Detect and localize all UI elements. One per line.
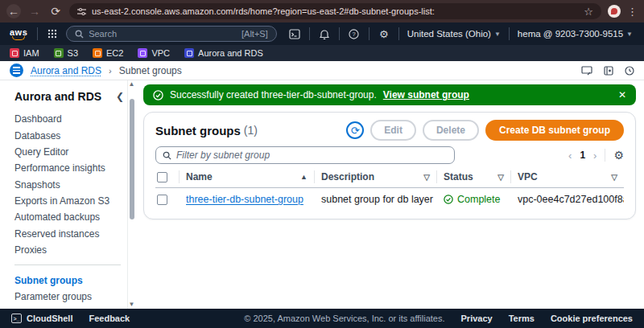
site-settings-icon[interactable] <box>77 7 86 16</box>
filter-input[interactable]: Filter by subnet group <box>155 146 455 164</box>
chevron-down-icon: ▼ <box>626 31 633 38</box>
favorite-ec2[interactable]: EC2 <box>93 48 123 58</box>
favorite-s3[interactable]: S3 <box>54 48 78 58</box>
iam-service-icon <box>10 48 19 58</box>
clock-icon[interactable] <box>625 66 634 76</box>
aws-logo[interactable]: aws <box>8 28 29 40</box>
sidebar-item-databases[interactable]: Databases <box>14 127 135 143</box>
sidebar-item-query-editor[interactable]: Query Editor <box>14 144 135 160</box>
main-content: Successfully created three-tier-db-subne… <box>135 80 644 309</box>
browser-toolbar: ← → ⟳ us-east-2.console.aws.amazon.com/r… <box>0 0 644 23</box>
edit-button[interactable]: Edit <box>370 120 416 141</box>
close-icon[interactable]: ✕ <box>618 89 626 100</box>
privacy-link[interactable]: Privacy <box>461 314 493 323</box>
row-vpc: vpc-0ee4c7d27ed100f8a <box>511 194 624 205</box>
column-header-vpc[interactable]: VPC▽ <box>511 170 624 183</box>
status-badge: Complete <box>444 194 505 205</box>
filter-column-icon: ▽ <box>497 173 504 182</box>
subnet-groups-panel: Subnet groups (1) ⟳ Edit Delete Create D… <box>143 112 636 219</box>
delete-button[interactable]: Delete <box>423 120 479 141</box>
success-check-icon <box>153 90 163 100</box>
filter-column-icon: ▽ <box>423 173 430 182</box>
terminal-icon: >_ <box>11 314 22 323</box>
unified-search-input[interactable]: Search [Alt+S] <box>66 26 277 42</box>
breadcrumb-root-link[interactable]: Aurora and RDS <box>31 65 101 76</box>
cookie-preferences-link[interactable]: Cookie preferences <box>551 314 633 323</box>
refresh-button[interactable]: ⟳ <box>346 121 364 139</box>
account-menu[interactable]: hema @ 9203-7300-9515▼ <box>514 29 636 39</box>
cloudshell-footer-button[interactable]: >_ CloudShell <box>11 314 72 323</box>
search-placeholder: Search <box>89 29 237 39</box>
address-bar[interactable]: us-east-2.console.aws.amazon.com/rds/hom… <box>69 3 601 19</box>
cloudshell-icon[interactable] <box>285 26 304 42</box>
filter-placeholder: Filter by subnet group <box>176 150 270 161</box>
console-footer: >_ CloudShell Feedback © 2025, Amazon We… <box>0 309 644 328</box>
panel-count: (1) <box>244 124 258 137</box>
sidebar-item-performance-insights[interactable]: Performance insights <box>14 160 135 176</box>
browser-profile-avatar[interactable] <box>608 5 621 18</box>
filter-column-icon: ▽ <box>611 173 617 182</box>
notifications-bell-icon[interactable] <box>315 26 334 42</box>
sidebar-item-dashboard[interactable]: Dashboard <box>14 111 135 127</box>
column-header-description[interactable]: Description▽ <box>315 170 437 183</box>
scroll-down-icon[interactable]: ▼ <box>129 301 135 308</box>
url-text: us-east-2.console.aws.amazon.com/rds/hom… <box>92 6 578 16</box>
chevron-down-icon: ▼ <box>494 31 501 38</box>
favorites-bar: IAM S3 EC2 VPC Aurora and RDS <box>0 45 644 61</box>
subnet-groups-table: Name▲ Description▽ Status▽ VPC▽ three-ti… <box>155 170 624 212</box>
favorite-aurora-rds[interactable]: Aurora and RDS <box>184 48 263 58</box>
browser-reload-icon[interactable]: ⟳ <box>48 4 63 18</box>
favorite-vpc[interactable]: VPC <box>138 48 170 58</box>
sidebar-scrollbar[interactable]: ▲ ▼ <box>127 80 135 309</box>
info-panel-icon[interactable] <box>604 66 613 76</box>
subnet-group-link[interactable]: three-tier-db-subnet-group <box>186 194 303 205</box>
next-page-icon[interactable]: › <box>593 150 597 162</box>
sidebar-item-subnet-groups[interactable]: Subnet groups <box>14 272 135 288</box>
rds-service-icon <box>184 48 194 58</box>
feedback-button[interactable]: Feedback <box>89 314 130 323</box>
cloudshell-launch-icon[interactable] <box>581 66 592 76</box>
column-header-name[interactable]: Name▲ <box>180 170 315 183</box>
banner-message: Successfully created three-tier-db-subne… <box>170 89 377 100</box>
search-shortcut: [Alt+S] <box>242 29 268 39</box>
sidebar-collapse-icon[interactable]: ❮ <box>116 91 124 102</box>
terms-link[interactable]: Terms <box>509 314 535 323</box>
scroll-up-icon[interactable]: ▲ <box>129 81 135 88</box>
page-number[interactable]: 1 <box>580 150 585 161</box>
prev-page-icon[interactable]: ‹ <box>568 150 572 162</box>
settings-gear-icon[interactable]: ⚙ <box>374 26 394 42</box>
vpc-service-icon <box>138 48 147 58</box>
select-all-checkbox[interactable] <box>157 172 167 182</box>
aws-top-nav: aws Search [Alt+S] ? ⚙ United States (Oh… <box>0 23 644 45</box>
sidebar-item-automated-backups[interactable]: Automated backups <box>14 209 135 225</box>
browser-forward-icon[interactable]: → <box>27 4 42 18</box>
browser-back-icon[interactable]: ← <box>6 4 21 18</box>
row-checkbox[interactable] <box>157 195 167 205</box>
sidebar-item-exports-s3[interactable]: Exports in Amazon S3 <box>14 193 135 209</box>
s3-service-icon <box>54 48 64 58</box>
sidebar-item-reserved-instances[interactable]: Reserved instances <box>14 226 135 242</box>
copyright-text: © 2025, Amazon Web Services, Inc. or its… <box>244 314 444 323</box>
sidebar-item-parameter-groups[interactable]: Parameter groups <box>14 289 135 305</box>
sidebar-title: Aurora and RDS <box>14 90 101 103</box>
services-grid-icon[interactable] <box>46 26 58 42</box>
help-icon[interactable]: ? <box>345 26 364 42</box>
success-banner: Successfully created three-tier-db-subne… <box>143 84 636 105</box>
create-db-subnet-group-button[interactable]: Create DB subnet group <box>485 120 624 141</box>
column-header-status[interactable]: Status▽ <box>437 170 511 183</box>
region-selector[interactable]: United States (Ohio)▼ <box>404 29 504 39</box>
table-preferences-icon[interactable]: ⚙ <box>613 149 624 162</box>
view-subnet-group-link[interactable]: View subnet group <box>383 89 469 100</box>
favorite-iam[interactable]: IAM <box>10 48 39 58</box>
breadcrumb-current: Subnet groups <box>119 65 182 76</box>
search-icon <box>75 30 84 39</box>
bookmark-star-icon[interactable]: ☆ <box>584 6 593 18</box>
search-icon <box>163 151 171 160</box>
side-menu-icon[interactable] <box>10 64 23 77</box>
svg-text:?: ? <box>353 31 356 38</box>
browser-menu-icon[interactable]: ⋮ <box>627 6 638 18</box>
sidebar-item-snapshots[interactable]: Snapshots <box>14 177 135 193</box>
table-row: three-tier-db-subnet-group subnet group … <box>155 188 624 212</box>
scrollbar-thumb[interactable] <box>130 99 134 219</box>
sidebar-item-proxies[interactable]: Proxies <box>14 242 135 258</box>
